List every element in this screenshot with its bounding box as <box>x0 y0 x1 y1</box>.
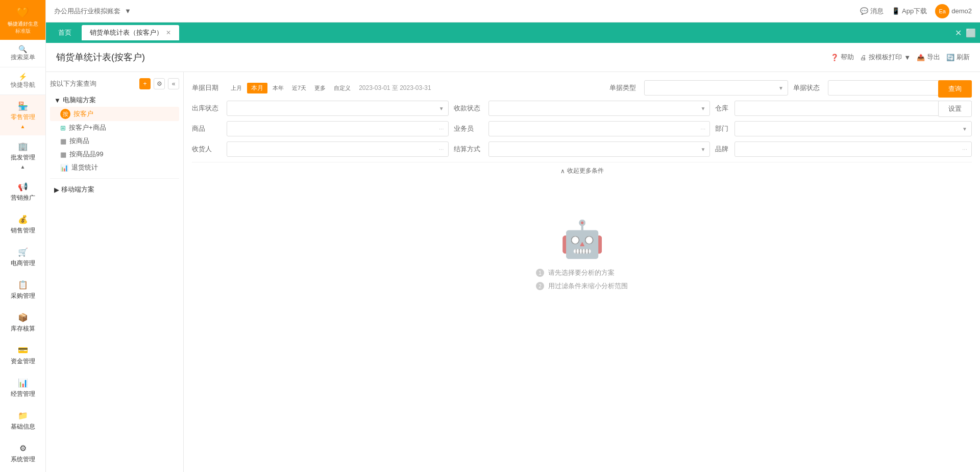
sidebar-item-basic[interactable]: 📁 基础信息 <box>0 405 45 437</box>
salesperson-input[interactable]: ··· <box>488 121 710 136</box>
app-logo[interactable]: 🧡 畅捷通好生意 标准版 <box>0 0 45 40</box>
sidebar-item-purchase[interactable]: 📋 采购管理 <box>0 274 45 306</box>
sidebar-item-retail[interactable]: 🏪 零售管理 ▲ <box>0 95 45 135</box>
brand-row: 品牌 ··· <box>715 141 972 157</box>
help-btn[interactable]: ❓ 帮助 <box>830 53 854 62</box>
sidebar-item-marketing[interactable]: 📢 营销推广 <box>0 176 45 208</box>
department-label: 部门 <box>715 124 730 133</box>
date-pill-custom[interactable]: 自定义 <box>331 83 354 93</box>
recipient-dots: ··· <box>439 146 444 153</box>
close-window-icon[interactable]: ✕ <box>955 28 962 38</box>
sales-icon: 💰 <box>18 215 28 224</box>
refresh-icon: 🔄 <box>946 54 954 61</box>
template-print-label: 按模板打印 <box>869 53 902 62</box>
sidebar-item-wholesale[interactable]: 🏢 批发管理 ▲ <box>0 135 45 176</box>
finance-label: 资金管理 <box>11 357 35 366</box>
brand-input[interactable]: ··· <box>734 141 972 157</box>
tip2-text: 用过滤条件来缩小分析范围 <box>548 281 628 291</box>
tab-home[interactable]: 首页 <box>50 25 80 40</box>
date-pill-this-month[interactable]: 本月 <box>247 83 267 93</box>
operations-icon: 📊 <box>18 378 28 388</box>
page-actions: ❓ 帮助 🖨 按模板打印 ▼ 📤 导出 🔄 刷新 <box>830 53 970 70</box>
collapse-arrow: ∧ <box>560 168 565 175</box>
collapse-btn[interactable]: ∧ 收起更多条件 <box>560 167 604 175</box>
quick-nav-label: 快捷导航 <box>4 81 41 89</box>
brand-dots: ··· <box>962 146 967 153</box>
tree-by-product-99[interactable]: ▦ 按商品品99 <box>50 148 179 161</box>
sales-label: 销售管理 <box>11 226 35 235</box>
date-pill-this-year[interactable]: 本年 <box>270 83 287 93</box>
collapse-panel-btn[interactable]: « <box>168 78 179 89</box>
settlement-dropdown[interactable]: ▼ <box>488 141 710 157</box>
settings-btn[interactable]: 设置 <box>938 101 972 117</box>
app-download-label: App下载 <box>902 7 927 16</box>
sidebar: 🧡 畅捷通好生意 标准版 🔍 搜索菜单 ⚡ 快捷导航 🏪 零售管理 ▲ 🏢 批发… <box>0 0 46 472</box>
panel-actions: + ⚙ « <box>139 78 179 89</box>
export-btn[interactable]: 📤 导出 <box>917 53 940 62</box>
refresh-btn[interactable]: 🔄 刷新 <box>946 53 970 62</box>
warehouse-input[interactable]: ··· <box>734 101 972 116</box>
order-type-dropdown[interactable]: ▼ <box>644 80 788 96</box>
tab-sales-stats[interactable]: 销货单统计表（按客户） ✕ <box>82 25 179 40</box>
sidebar-search[interactable]: 🔍 搜索菜单 <box>0 40 45 67</box>
sidebar-quick-nav[interactable]: ⚡ 快捷导航 <box>0 67 45 95</box>
department-dropdown[interactable]: ▼ <box>734 121 972 136</box>
user-avatar: Ea <box>935 4 949 18</box>
page-content: 销货单统计表(按客户) ❓ 帮助 🖨 按模板打印 ▼ 📤 导出 🔄 刷新 <box>46 43 980 472</box>
maximize-icon[interactable]: ⬜ <box>966 28 976 38</box>
row3: 商品 ··· 业务员 ··· <box>192 121 972 136</box>
out-status-dropdown[interactable]: ▼ <box>227 101 449 116</box>
add-scheme-btn[interactable]: + <box>139 78 151 89</box>
sidebar-item-system[interactable]: ⚙ 系统管理 <box>0 437 45 470</box>
product-99-icon: ▦ <box>60 151 66 158</box>
sidebar-item-inventory[interactable]: 📦 库存核算 <box>0 306 45 339</box>
tree-by-customer-product[interactable]: ⊞ 按客户+商品 <box>50 121 179 134</box>
out-chevron: ▼ <box>439 106 444 111</box>
basic-icon: 📁 <box>18 411 28 420</box>
empty-state: 🤖 1 请先选择要分析的方案 2 用过滤条件来缩小分析范围 <box>192 187 972 321</box>
settings-scheme-btn[interactable]: ⚙ <box>154 78 165 89</box>
customer-product-icon: ⊞ <box>60 124 66 132</box>
receipt-dropdown[interactable]: ▼ <box>488 101 710 116</box>
date-pill-7days[interactable]: 近7天 <box>289 83 309 93</box>
date-pill-last-month[interactable]: 上月 <box>228 83 245 93</box>
tab-close-icon[interactable]: ✕ <box>166 29 171 36</box>
sidebar-item-ecommerce[interactable]: 🛒 电商管理 <box>0 241 45 274</box>
query-btn[interactable]: 查询 <box>938 80 972 98</box>
receipt-label: 收款状态 <box>454 104 484 113</box>
recipient-row: 收货人 ··· <box>192 141 449 157</box>
export-icon: 📤 <box>917 54 925 61</box>
tab-sales-stats-label: 销货单统计表（按客户） <box>90 28 163 37</box>
row2: 出库状态 ▼ 收款状态 ▼ <box>192 101 972 116</box>
date-filter-row: 单据日期 上月 本月 本年 近7天 更多 自定义 2023-03-01 至 20… <box>192 80 972 96</box>
sidebar-item-operations[interactable]: 📊 经营管理 <box>0 372 45 405</box>
user-name: demo2 <box>951 7 972 15</box>
top-header: 办公用品行业模拟账套 ▼ 💬 消息 📱 App下载 Ea demo2 <box>46 0 980 22</box>
print-chevron: ▼ <box>904 54 911 61</box>
tip2-num: 2 <box>536 282 544 290</box>
recipient-input[interactable]: ··· <box>227 141 449 157</box>
app-download-btn[interactable]: 📱 App下载 <box>892 7 927 16</box>
department-row: 部门 ▼ <box>715 121 972 136</box>
panel-title: 按以下方案查询 <box>50 79 96 88</box>
tree-by-customer[interactable]: 按 按客户 <box>50 107 179 121</box>
basic-label: 基础信息 <box>11 422 35 431</box>
tree-desktop-node[interactable]: ▼ 电脑端方案 <box>50 93 179 107</box>
app-title-dropdown[interactable]: ▼ <box>125 7 131 15</box>
tree-return-stats[interactable]: 📊 退货统计 <box>50 161 179 174</box>
salesperson-dots: ··· <box>700 125 705 132</box>
help-icon: ❓ <box>830 54 839 61</box>
user-profile[interactable]: Ea demo2 <box>935 4 972 18</box>
product-input[interactable]: ··· <box>227 121 449 136</box>
tree-by-product[interactable]: ▦ 按商品 <box>50 134 179 148</box>
date-pill-more[interactable]: 更多 <box>311 83 329 93</box>
left-panel: 按以下方案查询 + ⚙ « ▼ <box>46 72 184 472</box>
finance-icon: 💳 <box>18 345 28 355</box>
message-btn[interactable]: 💬 消息 <box>860 7 884 16</box>
sidebar-item-cooperation[interactable]: 🤝 企业协同 <box>0 470 45 472</box>
by-product-99-label: 按商品品99 <box>69 150 103 159</box>
template-print-btn[interactable]: 🖨 按模板打印 ▼ <box>860 53 911 62</box>
sidebar-item-sales[interactable]: 💰 销售管理 <box>0 208 45 241</box>
sidebar-item-finance[interactable]: 💳 资金管理 <box>0 339 45 372</box>
tree-mobile-node[interactable]: ▶ 移动端方案 <box>50 183 179 196</box>
